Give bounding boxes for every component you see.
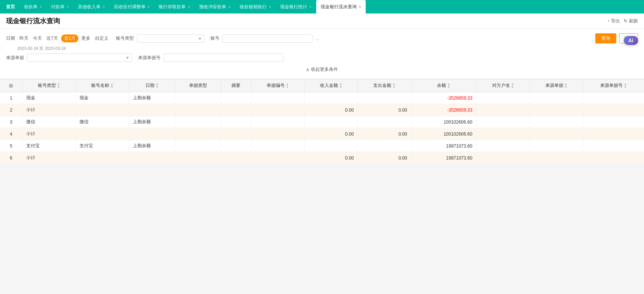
filter-row-2: 来源单据 ▾ 来源单据号 [6, 54, 638, 62]
account-type-label: 账号类型 [116, 35, 134, 42]
td-date [129, 152, 175, 164]
account-filter-group: 账号 ... [210, 34, 319, 43]
td-settings: 2 [0, 104, 23, 116]
td-doc_type [175, 104, 221, 116]
nav-item-首页[interactable]: 首页 [2, 0, 20, 13]
ai-assistant-badge[interactable]: Ai [624, 36, 638, 45]
td-balance: 100102606.60 [411, 116, 476, 128]
td-income [305, 92, 358, 104]
td-expense: 0.00 [358, 104, 411, 116]
td-summary [221, 140, 251, 152]
nav-item-应收应付调整单[interactable]: 应收应付调整单× [110, 0, 155, 13]
td-summary [221, 116, 251, 128]
close-icon[interactable]: × [309, 5, 312, 9]
th-income[interactable]: 收入金额▲▼ [305, 79, 358, 92]
td-summary [221, 128, 251, 140]
table-body: 1现金现金上期余额-3528659.332小计0.000.00-3528659.… [0, 92, 644, 164]
td-settings: 5 [0, 140, 23, 152]
nav-item-现金银行流水查询[interactable]: 现金银行流水查询× [316, 0, 366, 13]
nav-item-银行存取款单[interactable]: 银行存取款单× [154, 0, 195, 13]
td-counterparty [476, 116, 530, 128]
close-icon[interactable]: × [228, 5, 231, 9]
td-doc_type [175, 128, 221, 140]
th-label-doc_type: 单据类型 [189, 83, 207, 88]
close-icon[interactable]: × [148, 5, 150, 9]
account-input[interactable] [222, 34, 312, 43]
nav-item-收款单[interactable]: 收款单× [20, 0, 47, 13]
filter-row-1: 日期 昨天今天近7天近1月更多自定义 账号类型 ▾ 账号 ... 查询 设置 [6, 33, 638, 43]
td-balance: -3528659.33 [411, 104, 476, 116]
td-account_name: 微信 [76, 116, 129, 128]
close-icon[interactable]: × [67, 5, 69, 9]
more-options-button[interactable]: ... [315, 36, 319, 41]
nav-item-收款核销执行[interactable]: 收款核销执行× [235, 0, 276, 13]
td-source_doc_num [583, 152, 644, 164]
td-settings: 1 [0, 92, 23, 104]
td-income: 0.00 [305, 128, 358, 140]
th-date[interactable]: 日期▲▼ [129, 79, 175, 92]
th-source_doc_num[interactable]: 来源单据号▲▼ [583, 79, 644, 92]
td-account_type: 小计 [23, 128, 76, 140]
th-settings: ⚙ [0, 79, 23, 92]
close-icon[interactable]: × [188, 5, 190, 9]
filter-row-date-range: 2023-02-24 至 2023-03-24 [17, 45, 638, 51]
query-button[interactable]: 查询 [595, 33, 616, 43]
nav-item-预收冲应收单[interactable]: 预收冲应收单× [195, 0, 235, 13]
collapse-button[interactable]: ∧ 收起更多条件 [6, 65, 638, 74]
close-icon[interactable]: × [269, 5, 271, 9]
source-doc-select[interactable]: ▾ [27, 54, 132, 62]
td-expense: 0.00 [358, 152, 411, 164]
sort-icon-balance: ▲▼ [447, 83, 450, 89]
date-shortcut-昨天[interactable]: 昨天 [18, 34, 30, 42]
td-expense: 0.00 [358, 128, 411, 140]
header-actions: ↑ 导出 ↻ 刷新 [607, 18, 638, 24]
date-shortcut-自定义[interactable]: 自定义 [93, 34, 110, 42]
source-doc-filter-group: 来源单据 ▾ [6, 54, 132, 62]
nav-item-其他收入单[interactable]: 其他收入单× [74, 0, 110, 13]
sort-icon-account_type: ▲▼ [57, 83, 60, 89]
sort-icon-source_doc_num: ▲▼ [624, 83, 627, 89]
td-expense [358, 92, 411, 104]
table-row: 6小计0.000.0019871073.60 [0, 152, 644, 164]
export-button[interactable]: ↑ 导出 [607, 18, 620, 24]
th-account_type[interactable]: 账号类型▲▼ [23, 79, 76, 92]
th-counterparty[interactable]: 对方户名▲▼ [476, 79, 530, 92]
th-balance[interactable]: 余额▲▼ [411, 79, 476, 92]
close-icon[interactable]: × [103, 5, 105, 9]
td-balance: 19871073.60 [411, 140, 476, 152]
close-icon[interactable]: × [359, 5, 361, 9]
account-label: 账号 [210, 35, 219, 42]
td-doc_number [251, 104, 304, 116]
nav-item-付款单[interactable]: 付款单× [47, 0, 74, 13]
nav-item-现金银行统计[interactable]: 现金银行统计× [276, 0, 316, 13]
date-shortcut-近7天[interactable]: 近7天 [45, 34, 60, 42]
date-shortcut-更多[interactable]: 更多 [80, 34, 92, 42]
th-doc_number[interactable]: 单据编号▲▼ [251, 79, 304, 92]
source-doc-num-input[interactable] [164, 54, 284, 62]
td-settings: 4 [0, 128, 23, 140]
date-shortcuts: 昨天今天近7天近1月更多自定义 [18, 34, 110, 42]
account-type-select[interactable]: ▾ [137, 34, 204, 43]
td-counterparty [476, 140, 530, 152]
refresh-button[interactable]: ↻ 刷新 [624, 18, 638, 24]
th-label-account_name: 账号名称 [91, 83, 109, 88]
th-source_doc[interactable]: 来源单据▲▼ [530, 79, 583, 92]
date-shortcut-今天[interactable]: 今天 [32, 34, 44, 42]
td-expense [358, 140, 411, 152]
td-summary [221, 152, 251, 164]
chevron-down-icon-2: ▾ [126, 55, 129, 60]
th-label-summary: 摘要 [231, 83, 240, 88]
td-doc_number [251, 128, 304, 140]
th-account_name[interactable]: 账号名称▲▼ [76, 79, 129, 92]
page-header: 现金银行流水查询 ↑ 导出 ↻ 刷新 [0, 13, 644, 29]
sort-icon-income: ▲▼ [339, 83, 342, 89]
th-expense[interactable]: 支出金额▲▼ [358, 79, 411, 92]
gear-icon[interactable]: ⚙ [9, 83, 14, 89]
td-source_doc_num [583, 104, 644, 116]
date-shortcut-近1月[interactable]: 近1月 [61, 34, 79, 42]
table-header-row: ⚙账号类型▲▼账号名称▲▼日期▲▼单据类型摘要单据编号▲▼收入金额▲▼支出金额▲… [0, 79, 644, 92]
th-label-balance: 余额 [437, 83, 446, 88]
td-doc_number [251, 152, 304, 164]
td-source_doc [530, 140, 583, 152]
close-icon[interactable]: × [40, 5, 42, 9]
